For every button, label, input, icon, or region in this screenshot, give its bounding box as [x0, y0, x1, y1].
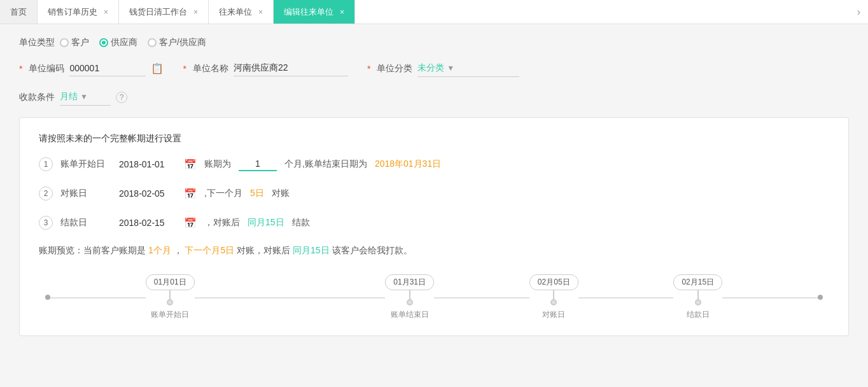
tl-stem-1 [409, 290, 410, 299]
step-2-row: 2 对账日 2018-02-05 📅 ,下一个月 5日 对账 [39, 186, 829, 201]
tl-line-0 [50, 297, 146, 299]
step-3-label: 结款日 [60, 217, 111, 229]
radio-circle-both [148, 38, 157, 47]
preview-suffix: 该客户会给我打款。 [332, 245, 412, 255]
step-2-date: 2018-02-05 [119, 188, 176, 199]
unit-category-field: * 单位分类 未分类 ▼ [367, 60, 519, 77]
preview-prefix: 账期预览：当前客户账期是 [39, 245, 146, 255]
preview-sep2: 对账，对账后 [237, 245, 290, 255]
tab-cashier[interactable]: 钱货日清工作台× [119, 0, 209, 24]
radio-label-both: 客户/供应商 [159, 37, 206, 48]
radio-supplier[interactable]: 供应商 [99, 37, 137, 48]
tl-node-0: 01月01日 账单开始日 [146, 274, 195, 320]
step-2-pre: ,下一个月 [204, 188, 242, 199]
timeline-container: 01月01日 账单开始日 01月31日 账单结束日 [39, 274, 829, 320]
tl-sublabel-0: 账单开始日 [151, 309, 189, 320]
tab-close-counterparty[interactable]: × [258, 8, 263, 17]
unit-type-row: 单位类型 客户供应商客户/供应商 [19, 37, 849, 48]
step-1-cal-icon[interactable]: 📅 [184, 158, 197, 171]
step-1-num: 1 [39, 157, 53, 171]
step-1-row: 1 账单开始日 2018-01-01 📅 账期为 个月,账单结束日期为 2018… [39, 157, 829, 171]
preview-part3: 同月15日 [293, 245, 330, 255]
payment-select[interactable]: 月结 ▼ [60, 88, 111, 106]
step-2-post: 对账 [272, 188, 290, 199]
step-3-cal-icon[interactable]: 📅 [184, 217, 197, 229]
tab-edit-counterparty[interactable]: 编辑往来单位× [274, 0, 355, 24]
step-2-num: 2 [39, 186, 53, 201]
step-3-highlight: 同月15日 [248, 217, 284, 229]
step-3-post: 结款 [292, 217, 310, 229]
step-1-period-label: 账期为 [204, 158, 231, 170]
help-icon[interactable]: ? [116, 92, 127, 103]
required-star-name: * [183, 64, 186, 74]
preview-section: 账期预览：当前客户账期是 1个月 ， 下一个月5日 对账，对账后 同月15日 该… [39, 245, 829, 257]
required-star-cat: * [367, 64, 370, 74]
step-2-cal-icon[interactable]: 📅 [184, 188, 197, 200]
tab-close-sales-history[interactable]: × [104, 8, 108, 17]
unit-info-row: * 单位编码 📋 * 单位名称 * 单位分类 未分类 ▼ [19, 60, 849, 77]
unit-code-label: 单位编码 [29, 63, 64, 74]
payment-row: 收款条件 月结 ▼ ? [19, 88, 849, 106]
tab-label-cashier: 钱货日清工作台 [129, 6, 187, 18]
step-1-date: 2018-01-01 [119, 159, 176, 169]
page-content: 单位类型 客户供应商客户/供应商 * 单位编码 📋 * 单位名称 * 单位分类 … [0, 24, 868, 387]
step-1-period-input[interactable] [239, 157, 277, 171]
unit-type-field: 单位类型 客户供应商客户/供应商 [19, 37, 206, 48]
unit-type-label: 单位类型 [19, 37, 55, 48]
step-3-date: 2018-02-15 [119, 218, 176, 228]
settings-title: 请按照未来的一个完整帐期进行设置 [39, 133, 829, 144]
tab-counterparty[interactable]: 往来单位× [209, 0, 274, 24]
copy-icon[interactable]: 📋 [151, 62, 164, 74]
required-star-code: * [19, 64, 22, 74]
unit-code-field: * 单位编码 📋 [19, 60, 164, 76]
step-2-label: 对账日 [60, 188, 111, 199]
tl-line-3 [578, 297, 674, 299]
step-1-period-unit: 个月,账单结束日期为 [284, 158, 367, 170]
tab-close-cashier[interactable]: × [193, 8, 198, 17]
tab-label-home: 首页 [10, 6, 27, 18]
unit-category-value: 未分类 [417, 62, 444, 74]
tl-line-1 [195, 297, 386, 299]
timeline-end-cap [818, 295, 823, 300]
timeline-start-cap [45, 295, 50, 300]
preview-part1: 1个月 [148, 245, 171, 255]
payment-label: 收款条件 [19, 92, 55, 103]
unit-category-select[interactable]: 未分类 ▼ [417, 60, 519, 77]
tl-dot-0 [167, 299, 173, 306]
tab-close-edit-counterparty[interactable]: × [340, 8, 344, 17]
tl-line-4 [722, 297, 818, 299]
radio-circle-customer [60, 38, 69, 47]
unit-name-field: * 单位名称 [183, 60, 347, 76]
step-3-num: 3 [39, 216, 53, 230]
tl-bubble-0: 01月01日 [146, 274, 195, 290]
tl-dot-2 [550, 299, 557, 306]
tl-node-1: 01月31日 账单结束日 [385, 274, 434, 320]
radio-group: 客户供应商客户/供应商 [60, 37, 206, 48]
tl-bubble-2: 02月05日 [529, 274, 578, 290]
radio-circle-supplier [99, 38, 108, 47]
step-2-highlight: 5日 [250, 188, 264, 199]
tab-sales-history[interactable]: 销售订单历史× [38, 0, 119, 24]
tab-home[interactable]: 首页 [0, 0, 38, 24]
tl-sublabel-2: 对账日 [542, 309, 565, 320]
radio-both[interactable]: 客户/供应商 [148, 37, 206, 48]
step-3-pre: ，对账后 [204, 217, 240, 229]
preview-part2: 下一个月5日 [185, 245, 234, 255]
tl-sublabel-3: 结款日 [687, 309, 710, 320]
tab-label-edit-counterparty: 编辑往来单位 [284, 6, 333, 18]
tab-label-counterparty: 往来单位 [219, 6, 252, 18]
tl-dot-1 [407, 299, 413, 306]
unit-code-input[interactable] [69, 60, 146, 76]
unit-name-input[interactable] [234, 60, 348, 76]
chevron-down-icon: ▼ [447, 64, 454, 73]
timeline-start-dot [45, 295, 50, 300]
radio-customer[interactable]: 客户 [60, 37, 89, 48]
tl-stem-2 [553, 290, 554, 299]
tl-node-3: 02月15日 结款日 [673, 274, 722, 320]
radio-label-supplier: 供应商 [111, 37, 137, 48]
preview-sep1: ， [174, 245, 183, 255]
payment-field: 收款条件 月结 ▼ ? [19, 88, 127, 106]
tl-line-2 [434, 297, 529, 299]
tab-arrow[interactable]: › [850, 0, 868, 24]
step-1-label: 账单开始日 [60, 158, 111, 170]
